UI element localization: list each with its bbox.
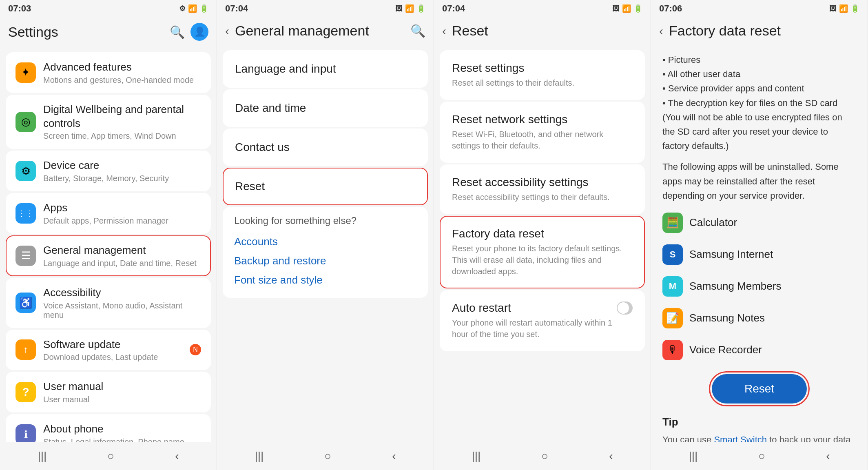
bullet-pictures: • Pictures <box>662 53 856 67</box>
device-care-title: Device care <box>43 159 201 173</box>
calculator-name: Calculator <box>689 216 737 229</box>
device-care-subtitle: Battery, Storage, Memory, Security <box>43 174 201 183</box>
nav-home-btn-2[interactable]: ○ <box>324 450 331 463</box>
digital-wellbeing-title: Digital Wellbeing and parental controls <box>43 103 201 131</box>
link-backup-restore[interactable]: Backup and restore <box>234 251 416 270</box>
back-arrow-2[interactable]: ‹ <box>225 24 229 38</box>
time-2: 07:04 <box>225 3 248 14</box>
status-bar-1: 07:03 ⚙ 📶 🔋 <box>0 0 217 17</box>
settings-panel: 07:03 ⚙ 📶 🔋 Settings 🔍 👤 ✦ Advanced feat… <box>0 0 217 470</box>
reset-network-title: Reset network settings <box>452 113 633 126</box>
nav-back-btn-2[interactable]: ‹ <box>392 450 396 463</box>
nav-back-btn-3[interactable]: ‹ <box>609 450 613 463</box>
bullet-decryption-key: • The decryption key for files on the SD… <box>662 96 856 153</box>
search-icon[interactable]: 🔍 <box>170 25 185 39</box>
apps-icon: ⋮⋮ <box>16 203 36 224</box>
reset-button[interactable]: Reset <box>712 374 807 403</box>
settings-item-about-phone[interactable]: ℹ About phone Status, Legal information,… <box>6 414 211 442</box>
nav-home-btn-3[interactable]: ○ <box>541 450 548 463</box>
menu-language-input[interactable]: Language and input <box>223 50 428 88</box>
reset-network-item[interactable]: Reset network settings Reset Wi-Fi, Blue… <box>440 102 645 163</box>
nav-menu-btn-2[interactable]: ||| <box>255 450 264 463</box>
battery-icon-3: 🔋 <box>633 4 642 13</box>
settings-item-apps[interactable]: ⋮⋮ Apps Default apps, Permission manager <box>6 193 211 234</box>
status-icons-1: ⚙ 📶 🔋 <box>179 4 208 13</box>
device-care-icon: ⚙ <box>16 161 36 181</box>
nav-home-btn-1[interactable]: ○ <box>107 450 114 463</box>
app-samsung-internet: S Samsung Internet <box>662 239 856 270</box>
factory-reset-header: ‹ Factory data reset <box>651 17 868 44</box>
link-font-size[interactable]: Font size and style <box>234 270 416 290</box>
nav-back-btn-1[interactable]: ‹ <box>175 450 179 463</box>
settings-title: Settings <box>8 24 164 40</box>
app-calculator: 🧮 Calculator <box>662 207 856 239</box>
wifi-icon-3: 📶 <box>622 4 631 13</box>
settings-item-digital-wellbeing[interactable]: ◎ Digital Wellbeing and parental control… <box>6 95 211 149</box>
back-arrow-3[interactable]: ‹ <box>442 24 446 38</box>
bottom-nav-3: ||| ○ ‹ <box>434 442 651 470</box>
smart-switch-link[interactable]: Smart Switch <box>714 435 767 442</box>
battery-icon-4: 🔋 <box>850 4 859 13</box>
time-3: 07:04 <box>442 3 465 14</box>
status-icons-2: 🖼 📶 🔋 <box>395 4 425 13</box>
reset-accessibility-item[interactable]: Reset accessibility settings Reset acces… <box>440 164 645 214</box>
samsung-notes-icon: 📝 <box>662 308 683 328</box>
link-accounts[interactable]: Accounts <box>234 232 416 251</box>
menu-contact-us[interactable]: Contact us <box>223 129 428 166</box>
nav-menu-btn-4[interactable]: ||| <box>689 450 698 463</box>
factory-data-reset-item[interactable]: Factory data reset Reset your phone to i… <box>440 216 645 288</box>
auto-restart-toggle[interactable] <box>617 302 633 315</box>
time-1: 07:03 <box>8 3 31 14</box>
bottom-nav-2: ||| ○ ‹ <box>217 442 434 470</box>
samsung-members-name: Samsung Members <box>689 280 781 293</box>
samsung-notes-name: Samsung Notes <box>689 312 765 324</box>
photo-icon-3: 🖼 <box>612 4 620 13</box>
samsung-members-icon: M <box>662 276 683 297</box>
reset-accessibility-subtitle: Reset accessibility settings to their de… <box>452 191 633 203</box>
calculator-icon: 🧮 <box>662 213 683 233</box>
settings-item-general-management[interactable]: ☰ General management Language and input,… <box>6 235 211 276</box>
status-bar-3: 07:04 🖼 📶 🔋 <box>434 0 651 17</box>
accessibility-title: Accessibility <box>43 286 201 300</box>
accessibility-icon: ♿ <box>16 293 36 313</box>
settings-list: ✦ Advanced features Motions and gestures… <box>0 47 217 442</box>
back-arrow-4[interactable]: ‹ <box>659 24 663 38</box>
advanced-features-subtitle: Motions and gestures, One-handed mode <box>43 75 201 85</box>
nav-home-btn-4[interactable]: ○ <box>758 450 765 463</box>
user-manual-subtitle: User manual <box>43 395 201 404</box>
general-management-panel: 07:04 🖼 📶 🔋 ‹ General management 🔍 Langu… <box>217 0 434 470</box>
settings-status-icon: ⚙ <box>179 4 186 13</box>
avatar[interactable]: 👤 <box>190 23 208 41</box>
menu-reset[interactable]: Reset <box>223 168 428 205</box>
bullet-service-provider: • Service provider apps and content <box>662 81 856 95</box>
reset-settings-title: Reset settings <box>452 62 633 75</box>
settings-item-user-manual[interactable]: ? User manual User manual <box>6 372 211 412</box>
reset-list: Reset settings Reset all settings to the… <box>434 44 651 442</box>
battery-icon-2: 🔋 <box>416 4 425 13</box>
toggle-knob <box>618 302 629 314</box>
nav-menu-btn-1[interactable]: ||| <box>38 450 46 463</box>
app-voice-recorder: 🎙 Voice Recorder <box>662 334 856 366</box>
reset-header: ‹ Reset <box>434 17 651 44</box>
settings-item-software-update[interactable]: ↑ Software update Download updates, Last… <box>6 330 211 370</box>
wifi-icon: 📶 <box>188 4 197 13</box>
search-icon-2[interactable]: 🔍 <box>410 24 425 38</box>
factory-data-reset-title: Factory data reset <box>452 227 633 240</box>
status-icons-4: 🖼 📶 🔋 <box>829 4 859 13</box>
reset-panel: 07:04 🖼 📶 🔋 ‹ Reset Reset settings Reset… <box>434 0 651 470</box>
reset-header-title: Reset <box>452 23 642 39</box>
tip-section: Tip You can use Smart Switch to back up … <box>662 412 856 442</box>
reset-settings-item[interactable]: Reset settings Reset all settings to the… <box>440 50 645 100</box>
nav-back-btn-4[interactable]: ‹ <box>826 450 830 463</box>
battery-icon: 🔋 <box>199 4 208 13</box>
advanced-features-title: Advanced features <box>43 60 201 74</box>
user-manual-icon: ? <box>16 382 36 402</box>
settings-item-accessibility[interactable]: ♿ Accessibility Voice Assistant, Mono au… <box>6 278 211 328</box>
menu-date-time[interactable]: Date and time <box>223 89 428 127</box>
nav-menu-btn-3[interactable]: ||| <box>472 450 480 463</box>
reset-button-container: Reset <box>662 374 856 403</box>
auto-restart-item[interactable]: Auto restart Your phone will restart aut… <box>440 290 645 351</box>
settings-item-device-care[interactable]: ⚙ Device care Battery, Storage, Memory, … <box>6 151 211 191</box>
app-samsung-notes: 📝 Samsung Notes <box>662 302 856 334</box>
settings-item-advanced-features[interactable]: ✦ Advanced features Motions and gestures… <box>6 52 211 93</box>
